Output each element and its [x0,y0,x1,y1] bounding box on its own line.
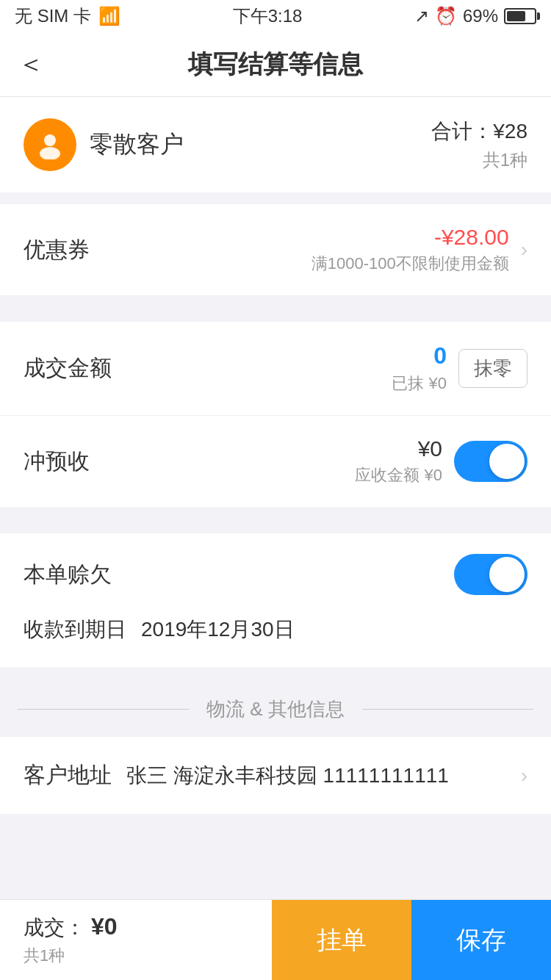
due-date-row: 收款到期日 2019年12月30日 [0,616,551,667]
status-right: ↗ ⏰ 69% [414,6,536,26]
address-row[interactable]: 客户地址 张三 海淀永丰科技园 11111111111 › [0,737,551,814]
hang-button[interactable]: 挂单 [272,900,411,981]
transaction-right: 0 已抹 ¥0 抹零 [392,342,527,394]
battery-fill [507,11,525,21]
due-date-label: 收款到期日 [24,616,126,644]
prepayment-row: 冲预收 ¥0 应收金额 ¥0 [0,416,551,507]
transaction-value: 0 [392,342,447,370]
svg-point-1 [40,147,60,159]
status-left: 无 SIM 卡 📶 [15,4,120,28]
avatar [24,118,76,171]
bottom-summary: 成交： ¥0 共1种 [0,913,272,967]
transaction-row: 成交金额 0 已抹 ¥0 抹零 [0,322,551,416]
discount-desc: 满1000-100不限制使用金额 [311,253,509,275]
prepayment-right: ¥0 应收金额 ¥0 [355,436,527,486]
total-label: 合计：¥28 [431,118,527,145]
bottom-deal: 成交： ¥0 [24,913,248,942]
prepayment-label: 冲预收 [24,447,90,477]
battery-text: 69% [463,6,498,26]
customer-name: 零散客户 [90,129,184,161]
discount-amount: -¥28.00 [311,225,509,250]
debt-label: 本单赊欠 [24,560,112,590]
separator-2 [0,519,551,533]
nav-bar: ＜ 填写结算等信息 [0,32,551,97]
address-value: 张三 海淀永丰科技园 11111111111 [126,762,506,790]
address-chevron-icon: › [521,764,527,788]
prepay-amount: ¥0 [355,436,442,461]
prepay-sub: 应收金额 ¥0 [355,464,442,486]
wifi-icon: 📶 [98,6,120,26]
debt-toggle[interactable] [454,554,527,595]
coupon-right: -¥28.00 满1000-100不限制使用金额 › [311,225,527,275]
coupon-row[interactable]: 优惠券 -¥28.00 满1000-100不限制使用金额 › [0,204,551,295]
bottom-count: 共1种 [24,945,248,967]
carrier-text: 无 SIM 卡 [15,4,91,28]
bottom-deal-amount: ¥0 [91,913,118,940]
logistics-title: 物流 & 其他信息 [206,696,345,722]
debt-row: 本单赊欠 [0,533,551,616]
round-button[interactable]: 抹零 [458,349,527,388]
customer-section: 零散客户 合计：¥28 共1种 [0,97,551,192]
coupon-label: 优惠券 [24,235,90,265]
save-button[interactable]: 保存 [411,900,551,981]
status-bar: 无 SIM 卡 📶 下午3:18 ↗ ⏰ 69% [0,0,551,32]
debt-toggle-knob [489,557,525,592]
separator-1 [0,307,551,322]
due-date-value: 2019年12月30日 [141,616,295,644]
alarm-icon: ⏰ [435,6,457,26]
toggle-knob [489,444,525,479]
rounding-sub: 已抹 ¥0 [392,372,447,394]
content-area: 零散客户 合计：¥28 共1种 优惠券 -¥28.00 满1000-100不限制… [0,97,551,961]
bottom-deal-label: 成交： [24,914,85,942]
location-icon: ↗ [414,6,429,26]
coupon-section: 优惠券 -¥28.00 满1000-100不限制使用金额 › [0,204,551,295]
logistics-header: 物流 & 其他信息 [0,682,551,737]
transaction-section: 成交金额 0 已抹 ¥0 抹零 冲预收 ¥0 应收金额 ¥0 [0,322,551,507]
address-section[interactable]: 客户地址 张三 海淀永丰科技园 11111111111 › [0,737,551,814]
address-label: 客户地址 [24,760,112,790]
transaction-label: 成交金额 [24,353,112,383]
bottom-bar: 成交： ¥0 共1种 挂单 保存 [0,899,551,980]
prepay-block: ¥0 应收金额 ¥0 [355,436,442,486]
battery-icon [504,8,536,24]
svg-point-0 [44,134,56,146]
customer-right: 合计：¥28 共1种 [431,118,527,172]
debt-section: 本单赊欠 收款到期日 2019年12月30日 [0,533,551,667]
amount-block: 0 已抹 ¥0 [392,342,447,394]
back-button[interactable]: ＜ [18,46,44,82]
separator-3 [0,667,551,682]
customer-left: 零散客户 [24,118,184,171]
discount-block: -¥28.00 满1000-100不限制使用金额 [311,225,509,275]
status-time: 下午3:18 [233,4,303,28]
page-title: 填写结算等信息 [188,48,363,82]
total-count: 共1种 [431,148,527,172]
prepayment-toggle[interactable] [454,441,527,482]
coupon-chevron-icon: › [521,238,527,262]
